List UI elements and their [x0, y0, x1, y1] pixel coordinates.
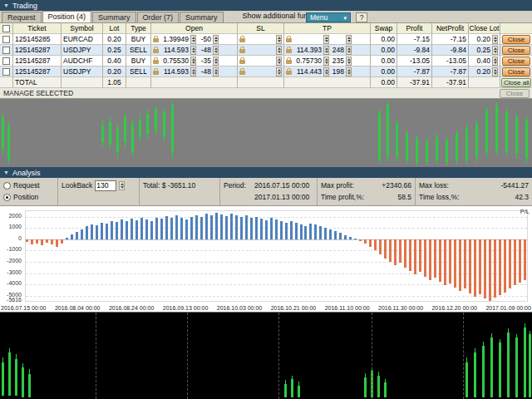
position-row[interactable]: 125145287USDJPY0.25SELL114.593-48114.393… [0, 45, 532, 56]
select-all-checkbox[interactable] [0, 23, 13, 34]
close-lot-value[interactable]: 0.20 [470, 35, 490, 43]
spinner-icon[interactable] [492, 57, 498, 66]
radio-unselected-icon[interactable] [3, 182, 11, 190]
position-row[interactable]: 125145285EURCAD0.20BUY1.39949-500.00-7.1… [0, 34, 532, 45]
close-button[interactable]: Close [502, 57, 530, 66]
spinner-icon[interactable] [213, 46, 219, 55]
spinner-icon[interactable] [346, 67, 352, 76]
open-price[interactable]: 1.39949 [160, 35, 189, 43]
tab-summary-1[interactable]: Summary [92, 12, 136, 22]
close-all-button[interactable]: Close all [501, 78, 531, 87]
tp-pips[interactable]: 248 [331, 46, 344, 54]
col-swap[interactable]: Swap [371, 23, 397, 34]
tab-request[interactable]: Request [2, 12, 42, 22]
spinner-icon[interactable] [213, 57, 219, 66]
close-lot-value[interactable]: 0.20 [470, 67, 490, 76]
y-axis-label: -3000 [0, 269, 22, 275]
analysis-panel-titlebar[interactable]: Analysis [0, 167, 532, 178]
position-row[interactable]: 125145287USDJPY0.20SELL114.593-48114.443… [0, 66, 532, 77]
radio-position-option[interactable]: Position [3, 191, 54, 203]
col-closelot[interactable]: Close Lot [469, 23, 500, 34]
close-lot-value[interactable]: 0.40 [470, 57, 490, 65]
spinner-icon[interactable] [346, 57, 352, 66]
open-price[interactable]: 114.593 [160, 67, 189, 76]
lookback-spinner[interactable] [119, 181, 125, 190]
collapse-arrow-icon[interactable] [3, 170, 9, 175]
lock-icon[interactable] [153, 71, 159, 75]
spinner-icon[interactable] [276, 57, 282, 66]
open-pips[interactable]: -48 [198, 67, 211, 76]
help-button[interactable]: ? [356, 12, 367, 22]
lock-icon[interactable] [153, 38, 159, 42]
spinner-icon[interactable] [190, 35, 196, 44]
col-lot[interactable]: Lot [103, 23, 126, 34]
col-symbol[interactable]: Symbol [62, 23, 103, 34]
pl-bar [374, 239, 377, 251]
lock-icon[interactable] [286, 71, 292, 75]
tp-price[interactable]: 114.393 [293, 46, 322, 54]
position-row[interactable]: 125145287AUDCHF0.40BUY0.75530-350.757302… [0, 56, 532, 66]
analysis-mode-section: Request Position [0, 178, 58, 205]
col-netprofit[interactable]: NetProfit [432, 23, 469, 34]
close-button[interactable]: Close [502, 35, 530, 44]
menu-dropdown[interactable]: Menu [306, 12, 351, 22]
spinner-icon[interactable] [213, 35, 219, 44]
spinner-icon[interactable] [492, 46, 498, 55]
tp-pips[interactable]: 198 [331, 67, 344, 76]
col-ticket[interactable]: Ticket [13, 23, 62, 34]
tp-pips[interactable]: 235 [331, 57, 344, 65]
lock-icon[interactable] [239, 38, 245, 42]
spinner-icon[interactable] [323, 35, 329, 44]
col-sl[interactable]: SL [238, 23, 284, 34]
col-tp[interactable]: TP [284, 23, 371, 34]
col-open[interactable]: Open [151, 23, 238, 34]
spinner-icon[interactable] [190, 57, 196, 66]
close-selected-button[interactable]: Close sel [500, 89, 530, 98]
spinner-icon[interactable] [492, 67, 498, 76]
radio-request-option[interactable]: Request [3, 180, 54, 191]
radio-selected-icon[interactable] [3, 194, 11, 201]
spinner-icon[interactable] [492, 35, 498, 44]
tab-summary-2[interactable]: Summary [180, 12, 224, 22]
open-pips[interactable]: -35 [198, 57, 211, 65]
row-checkbox[interactable] [0, 66, 13, 77]
lock-icon[interactable] [239, 60, 245, 64]
lock-icon[interactable] [286, 38, 292, 42]
close-lot-value[interactable]: 0.25 [470, 46, 490, 54]
spinner-icon[interactable] [276, 67, 282, 76]
tp-price[interactable]: 0.75730 [293, 57, 322, 65]
spinner-icon[interactable] [276, 46, 282, 55]
collapse-arrow-icon[interactable] [3, 2, 9, 8]
open-price[interactable]: 114.593 [160, 46, 189, 54]
row-checkbox[interactable] [0, 34, 13, 45]
spinner-icon[interactable] [190, 67, 196, 76]
spinner-icon[interactable] [323, 67, 329, 76]
open-price[interactable]: 0.75530 [160, 57, 189, 65]
lock-icon[interactable] [286, 49, 292, 53]
spinner-icon[interactable] [213, 67, 219, 76]
tab-position[interactable]: Position (4) [42, 11, 92, 22]
row-checkbox[interactable] [0, 45, 13, 56]
lock-icon[interactable] [153, 49, 159, 53]
spinner-icon[interactable] [190, 46, 196, 55]
lookback-input[interactable] [95, 180, 116, 191]
spinner-icon[interactable] [323, 57, 329, 66]
open-pips[interactable]: -50 [198, 35, 211, 43]
lock-icon[interactable] [239, 71, 245, 75]
spinner-icon[interactable] [346, 35, 352, 44]
lock-icon[interactable] [286, 60, 292, 64]
spinner-icon[interactable] [346, 46, 352, 55]
open-pips[interactable]: -48 [198, 46, 211, 54]
tp-price[interactable]: 114.443 [293, 67, 322, 76]
tab-order[interactable]: Order (7) [137, 12, 180, 22]
col-profit[interactable]: Profit [397, 23, 432, 34]
col-type[interactable]: Type [126, 23, 151, 34]
lock-icon[interactable] [153, 60, 159, 64]
spinner-icon[interactable] [276, 35, 282, 44]
lock-icon[interactable] [239, 49, 245, 53]
close-lot-cell: 0.20 [469, 34, 500, 45]
spinner-icon[interactable] [323, 46, 329, 55]
row-checkbox[interactable] [0, 56, 13, 66]
close-button[interactable]: Close [502, 46, 530, 55]
close-button[interactable]: Close [502, 67, 530, 76]
